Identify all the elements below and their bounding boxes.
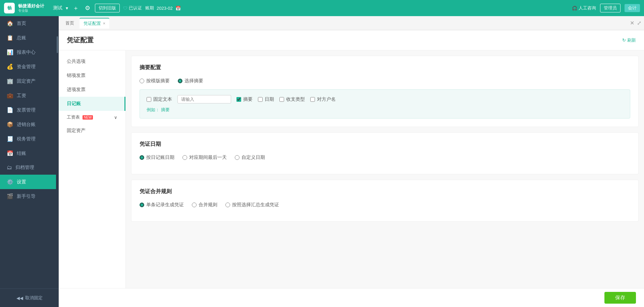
checkbox-counterpart[interactable]: 对方户名 bbox=[310, 96, 336, 102]
switch-version-button[interactable]: 切到旧版 bbox=[95, 4, 120, 12]
invoice-icon: 📄 bbox=[7, 107, 13, 113]
tab-close-icon[interactable]: × bbox=[103, 21, 105, 26]
cancel-pin-button[interactable]: ◀◀ 取消固定 bbox=[0, 292, 59, 304]
checkbox-fixed-text[interactable]: 固定文本 bbox=[147, 96, 172, 102]
sidebar-item-salary[interactable]: 💼 工资 bbox=[0, 88, 56, 103]
panel-body: 公共选项 销项发票 进项发票 日记账 工资表 NEW ∨ 固定资产 bbox=[59, 50, 644, 288]
left-nav-sales[interactable]: 销项发票 bbox=[59, 69, 125, 83]
settings-icon[interactable]: ⚙ bbox=[84, 3, 92, 13]
voucher-date-title: 凭证日期 bbox=[140, 141, 630, 148]
fixed-text-checkbox[interactable] bbox=[147, 97, 151, 102]
left-nav-payroll[interactable]: 工资表 NEW ∨ bbox=[59, 111, 125, 124]
shield-icon: 🛡 bbox=[123, 6, 127, 11]
asset-icon: 🏢 bbox=[7, 78, 13, 84]
customer-service-button[interactable]: 🎧 人工咨询 bbox=[572, 5, 596, 11]
new-badge: NEW bbox=[83, 115, 93, 120]
headset-icon: 🎧 bbox=[572, 6, 577, 11]
checkbox-summary[interactable]: 摘要 bbox=[236, 96, 253, 102]
tab-close-button[interactable]: ✕ bbox=[630, 20, 634, 26]
merge-rule-title: 凭证合并规则 bbox=[140, 188, 630, 195]
gear-icon: ⚙️ bbox=[7, 179, 13, 185]
radio-single-record-input[interactable] bbox=[140, 203, 144, 207]
radio-select-summary-input[interactable] bbox=[178, 79, 182, 83]
role-button[interactable]: 会计 bbox=[625, 4, 640, 12]
refresh-icon: ↻ bbox=[622, 38, 626, 43]
tab-actions: ✕ ⤢ bbox=[630, 20, 641, 26]
voucher-date-radio-group: 按日记账日期 对应期间最后一天 自定义日期 bbox=[140, 155, 630, 161]
sidebar-item-fund[interactable]: 💰 资金管理 bbox=[0, 59, 56, 74]
merge-rule-section: 凭证合并规则 单条记录生成凭证 合并规则 bbox=[131, 180, 639, 222]
add-icon[interactable]: ＋ bbox=[71, 3, 80, 13]
sidebar-item-settings[interactable]: ⚙️ 设置 bbox=[0, 175, 56, 189]
radio-merge-rule-input[interactable] bbox=[192, 203, 197, 207]
panel-header: 凭证配置 ↻ 刷新 bbox=[59, 30, 644, 50]
app-logo: 畅 bbox=[4, 3, 15, 13]
guide-icon: 🎬 bbox=[7, 193, 13, 200]
radio-merge-rule[interactable]: 合并规则 bbox=[192, 202, 217, 208]
fund-icon: 💰 bbox=[7, 63, 13, 70]
sidebar-item-trade[interactable]: 📦 进销台账 bbox=[0, 117, 56, 132]
period-label: 账期 2023-02 📅 bbox=[145, 5, 181, 11]
radio-custom-date-input[interactable] bbox=[235, 155, 239, 160]
sidebar-bottom: ◀◀ 取消固定 bbox=[0, 289, 59, 307]
checkbox-payment-type[interactable]: 收支类型 bbox=[279, 96, 305, 102]
counterpart-checkbox[interactable] bbox=[310, 97, 315, 102]
tab-home[interactable]: 首页 bbox=[61, 18, 78, 28]
sidebar-item-close[interactable]: 📅 结账 bbox=[0, 146, 56, 161]
top-right-area: 🎧 人工咨询 管理员 会计 bbox=[572, 4, 640, 12]
app-name: 畅捷通好会计 bbox=[18, 3, 44, 9]
left-nav-fixed-asset[interactable]: 固定资产 bbox=[59, 124, 125, 138]
archive-icon: 🗂 bbox=[7, 165, 12, 171]
save-bar: 保存 bbox=[59, 288, 644, 307]
sidebar-item-guide[interactable]: 🎬 新手引导 bbox=[0, 189, 56, 204]
left-nav-purchase[interactable]: 进项发票 bbox=[59, 83, 125, 97]
app-edition: 专业版 bbox=[18, 9, 44, 13]
user-button[interactable]: 管理员 bbox=[600, 4, 621, 12]
tab-expand-button[interactable]: ⤢ bbox=[637, 20, 641, 26]
left-nav-public[interactable]: 公共选项 bbox=[59, 54, 125, 69]
radio-summary-generate[interactable]: 按照选择汇总生成凭证 bbox=[225, 202, 279, 208]
trade-icon: 📦 bbox=[7, 121, 13, 128]
sidebar: 🏠 首页 📋 总账 📊 报表中心 💰 资金管理 bbox=[0, 16, 59, 307]
fixed-text-input[interactable] bbox=[177, 95, 231, 103]
payment-type-checkbox[interactable] bbox=[279, 97, 284, 102]
sidebar-item-archive[interactable]: 🗂 归档管理 bbox=[0, 161, 56, 175]
radio-single-record[interactable]: 单条记录生成凭证 bbox=[140, 202, 184, 208]
radio-summary-generate-input[interactable] bbox=[225, 203, 230, 207]
summary-checkbox[interactable] bbox=[236, 97, 241, 102]
project-dropdown[interactable]: ▾ bbox=[66, 5, 68, 11]
sidebar-item-home[interactable]: 🏠 首页 bbox=[0, 16, 56, 31]
close-period-icon: 📅 bbox=[7, 150, 13, 157]
top-bar: 畅 畅捷通好会计 专业版 测试 ▾ ＋ ⚙ 切到旧版 🛡 已认证 账期 2023… bbox=[0, 0, 644, 16]
sidebar-item-ledger[interactable]: 📋 总账 bbox=[0, 31, 56, 45]
save-button[interactable]: 保存 bbox=[604, 292, 636, 304]
tax-icon: 🧾 bbox=[7, 136, 13, 142]
left-nav-journal[interactable]: 日记账 bbox=[59, 97, 125, 111]
radio-template-summary[interactable]: 按模版摘要 bbox=[140, 78, 170, 84]
sidebar-scrollbar[interactable] bbox=[56, 16, 59, 289]
report-icon: 📊 bbox=[7, 49, 13, 55]
sidebar-scrollbar-thumb bbox=[57, 36, 58, 53]
tab-voucher-config[interactable]: 凭证配置 × bbox=[79, 18, 109, 29]
radio-journal-date[interactable]: 按日记账日期 bbox=[140, 155, 174, 161]
radio-period-last-day[interactable]: 对应期间最后一天 bbox=[182, 155, 227, 161]
chevron-down-icon: ∨ bbox=[114, 115, 117, 120]
sidebar-item-report[interactable]: 📊 报表中心 bbox=[0, 45, 56, 59]
home-icon: 🏠 bbox=[7, 20, 13, 27]
radio-select-summary[interactable]: 选择摘要 bbox=[178, 78, 203, 84]
radio-period-last-day-input[interactable] bbox=[182, 155, 187, 160]
radio-journal-date-input[interactable] bbox=[140, 155, 144, 160]
date-checkbox[interactable] bbox=[258, 97, 263, 102]
checkbox-date[interactable]: 日期 bbox=[258, 96, 274, 102]
calendar-icon[interactable]: 📅 bbox=[175, 6, 181, 11]
refresh-button[interactable]: ↻ 刷新 bbox=[622, 37, 636, 43]
example-text: 例如： 摘要 bbox=[147, 107, 623, 113]
sidebar-nav: 🏠 首页 📋 总账 📊 报表中心 💰 资金管理 bbox=[0, 16, 56, 289]
radio-custom-date[interactable]: 自定义日期 bbox=[235, 155, 265, 161]
right-content: 摘要配置 按模版摘要 选择摘要 bbox=[126, 50, 644, 288]
radio-template-summary-input[interactable] bbox=[140, 79, 144, 83]
sidebar-item-invoice[interactable]: 📄 发票管理 bbox=[0, 103, 56, 117]
sidebar-item-asset[interactable]: 🏢 固定资产 bbox=[0, 74, 56, 88]
sidebar-item-tax[interactable]: 🧾 税务管理 bbox=[0, 132, 56, 146]
panel-title: 凭证配置 bbox=[67, 36, 94, 45]
